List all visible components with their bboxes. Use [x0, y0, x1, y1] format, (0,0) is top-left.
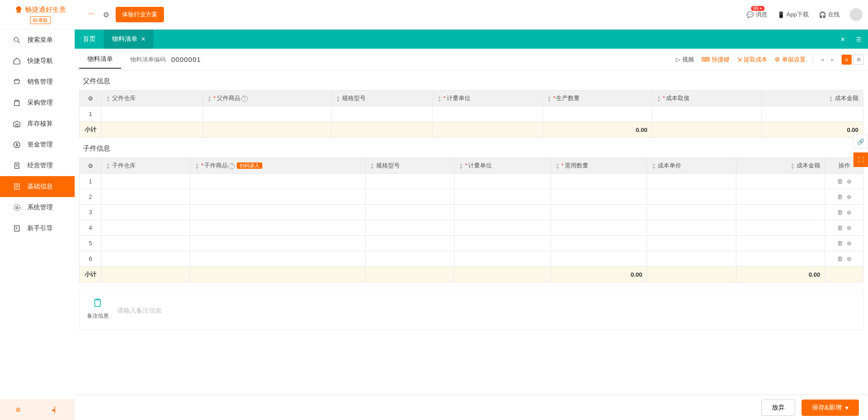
cell-warehouse[interactable]	[102, 189, 190, 205]
column-settings[interactable]: ⚙	[80, 158, 102, 174]
cell-unit-cost[interactable]	[647, 251, 736, 267]
promo-button[interactable]: 体验行业方案	[116, 7, 164, 22]
cell-warehouse[interactable]	[102, 106, 203, 122]
cell-need-qty[interactable]	[551, 236, 647, 251]
sidebar-item-master-data[interactable]: 基础信息	[0, 176, 75, 197]
help-icon[interactable]: ?	[241, 96, 248, 102]
cell-product[interactable]	[190, 189, 365, 205]
cell-cost-amount[interactable]	[736, 205, 825, 220]
sidebar-item-search[interactable]: 搜索菜单	[0, 30, 75, 51]
help-icon[interactable]: ?	[229, 163, 235, 169]
tab-bom[interactable]: 物料清单 ×	[104, 30, 153, 49]
delete-icon[interactable]: 🗑	[837, 178, 843, 185]
cell-unit-cost[interactable]	[647, 236, 736, 251]
cell-warehouse[interactable]	[102, 174, 190, 189]
cell-unit[interactable]	[454, 220, 551, 236]
col-parent-product[interactable]: ▲▼*父件商品?	[203, 91, 331, 106]
company-selector[interactable]: ﹀ ⚙	[88, 10, 109, 19]
collapse-icon[interactable]: ◂▏	[51, 406, 59, 413]
sidebar-item-system[interactable]: 系统管理	[0, 197, 75, 218]
cell-unit-cost[interactable]	[647, 220, 736, 236]
cell-spec[interactable]	[365, 189, 454, 205]
cell-qty[interactable]	[542, 106, 652, 122]
cell-spec[interactable]	[365, 205, 454, 220]
cell-unit[interactable]	[454, 174, 551, 189]
cell-product[interactable]	[190, 236, 365, 251]
delete-icon[interactable]: 🗑	[837, 209, 843, 216]
delete-icon[interactable]: 🗑	[837, 193, 843, 200]
cell-need-qty[interactable]	[551, 174, 647, 189]
add-row-icon[interactable]: ⊕	[847, 193, 852, 200]
tabs-menu-icon[interactable]: ☰	[853, 33, 865, 46]
cell-unit[interactable]	[454, 205, 551, 220]
scan-badge[interactable]: 扫码录入	[237, 162, 262, 169]
sidebar-item-ops[interactable]: 经营管理	[0, 155, 75, 176]
cell-warehouse[interactable]	[102, 236, 190, 251]
col-child-unit-cost[interactable]: ▲▼成本单价	[647, 158, 736, 174]
cell-product[interactable]	[190, 251, 365, 267]
action-extract-cost[interactable]: ⇲提取成本	[737, 56, 767, 64]
tabs-close-all[interactable]: ✕	[836, 33, 849, 46]
cell-need-qty[interactable]	[551, 189, 647, 205]
messages-link[interactable]: 💬 消息 99 +	[746, 10, 767, 19]
cell-unit[interactable]	[454, 189, 551, 205]
tab-home[interactable]: 首页	[75, 30, 104, 49]
save-and-new-button[interactable]: 保存&新增 ▾	[802, 400, 859, 416]
cell-spec[interactable]	[365, 236, 454, 251]
delete-icon[interactable]: 🗑	[837, 224, 843, 231]
delete-icon[interactable]: 🗑	[837, 240, 843, 247]
cell-cost-amount[interactable]	[736, 251, 825, 267]
view-grid-button[interactable]: ⊞	[853, 55, 863, 65]
cell-unit-cost[interactable]	[647, 174, 736, 189]
cell-product[interactable]	[190, 174, 365, 189]
view-list-button[interactable]: ≡	[842, 55, 852, 65]
add-row-icon[interactable]: ⊕	[847, 240, 852, 247]
cell-warehouse[interactable]	[102, 220, 190, 236]
cell-cost-amount[interactable]	[736, 174, 825, 189]
table-row[interactable]: 2🗑⊕	[80, 189, 863, 205]
col-parent-spec[interactable]: ▲▼规格型号	[331, 91, 433, 106]
table-row[interactable]: 1🗑⊕	[80, 174, 863, 189]
cell-unit-cost[interactable]	[647, 189, 736, 205]
gear-icon[interactable]: ⚙	[103, 10, 109, 19]
cell-warehouse[interactable]	[102, 251, 190, 267]
prev-doc-icon[interactable]: ◂	[821, 56, 824, 63]
gear-icon[interactable]: ⚙	[15, 406, 21, 413]
add-row-icon[interactable]: ⊕	[847, 209, 852, 216]
table-row[interactable]: 4🗑⊕	[80, 220, 863, 236]
cell-unit[interactable]	[454, 251, 551, 267]
next-doc-icon[interactable]: ▸	[831, 56, 834, 63]
col-parent-unit[interactable]: ▲▼*计量单位	[433, 91, 542, 106]
cell-cost-amount[interactable]	[762, 106, 863, 122]
sidebar-item-sales[interactable]: 销售管理	[0, 71, 75, 92]
expand-icon[interactable]: ⛶	[853, 152, 868, 167]
cell-cost-amount[interactable]	[736, 189, 825, 205]
remark-input[interactable]	[117, 297, 856, 324]
col-child-spec[interactable]: ▲▼规格型号	[365, 158, 454, 174]
cell-unit[interactable]	[433, 106, 542, 122]
add-row-icon[interactable]: ⊕	[847, 178, 852, 185]
col-child-warehouse[interactable]: ▲▼子件仓库	[102, 158, 190, 174]
action-shortcut[interactable]: ⌨快捷键	[701, 56, 730, 64]
col-parent-cost-mode[interactable]: ▲▼*成本取值	[652, 91, 762, 106]
col-parent-warehouse[interactable]: ▲▼父件仓库	[102, 91, 203, 106]
cell-spec[interactable]	[365, 174, 454, 189]
avatar[interactable]	[850, 8, 863, 21]
sidebar-item-guide[interactable]: 新手引导	[0, 218, 75, 239]
sidebar-item-quicknav[interactable]: 快捷导航	[0, 51, 75, 71]
cell-need-qty[interactable]	[551, 251, 647, 267]
cell-need-qty[interactable]	[551, 220, 647, 236]
col-child-product[interactable]: ▲▼*子件商品?扫码录入	[190, 158, 365, 174]
col-child-cost-amount[interactable]: ▲▼成本金额	[736, 158, 825, 174]
table-row[interactable]: 6🗑⊕	[80, 251, 863, 267]
cell-warehouse[interactable]	[102, 205, 190, 220]
support-link[interactable]: 🎧 在线	[819, 10, 840, 19]
cell-product[interactable]	[190, 205, 365, 220]
delete-icon[interactable]: 🗑	[837, 255, 843, 262]
add-row-icon[interactable]: ⊕	[847, 255, 852, 262]
close-icon[interactable]: ×	[141, 35, 145, 43]
add-row-icon[interactable]: ⊕	[847, 224, 852, 231]
cell-need-qty[interactable]	[551, 205, 647, 220]
cell-spec[interactable]	[365, 220, 454, 236]
action-doc-settings[interactable]: ⚙单据设置	[775, 56, 806, 64]
